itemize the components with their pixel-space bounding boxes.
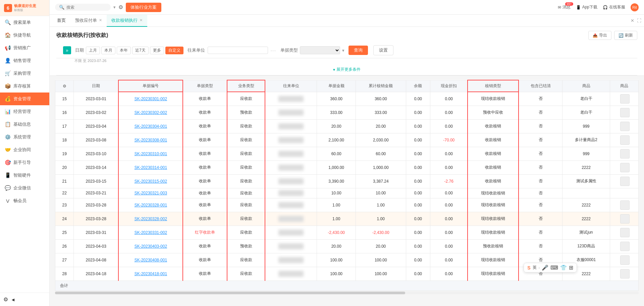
cell-voucher-no[interactable]: SK-20230308-001 xyxy=(118,133,183,147)
cell-biz-type: 应收款 xyxy=(227,147,265,161)
cell-voucher-type: 收款单 xyxy=(183,267,227,281)
cell-cash-discount: 0.00 xyxy=(430,267,468,281)
table-row: 172023-03-04SK-20230304-001收款单应收款 20.002… xyxy=(55,119,639,133)
sidebar-item-system[interactable]: ⚙️ 系统管理 xyxy=(0,131,49,143)
cell-accumulated: 1.00 xyxy=(356,212,406,226)
cell-voucher-no[interactable]: SK-20230408-001 xyxy=(118,253,183,267)
sidebar-item-guide[interactable]: 🎯 新手引导 xyxy=(0,156,49,169)
product-thumbnail xyxy=(620,163,630,172)
cell-balance: 0.00 xyxy=(406,188,430,198)
cell-amount: -2,430.00 xyxy=(317,226,356,239)
tab-prepay[interactable]: 预收应付单 ✕ xyxy=(70,15,107,27)
online-service-button[interactable]: 🎧 在线客服 xyxy=(603,4,625,10)
sidebar-item-finance[interactable]: 💰 资金管理 xyxy=(0,93,49,105)
cell-amount: 100.00 xyxy=(317,253,356,267)
cell-cash-discount: 0.00 xyxy=(430,188,468,198)
cell-no: 27 xyxy=(55,253,74,267)
filter-btn-7days[interactable]: 近7天 xyxy=(132,47,149,54)
sidebar-collapse-icon[interactable]: ◄ xyxy=(11,297,15,302)
topbar-search-box[interactable]: 🔍 xyxy=(55,4,111,11)
tab-collection-close-icon[interactable]: ✕ xyxy=(140,18,143,22)
cell-voucher-no[interactable]: SK-20230314-001 xyxy=(118,161,183,174)
filter-counterpart-input[interactable] xyxy=(208,47,268,54)
finance-icon: 💰 xyxy=(5,96,11,102)
notification-button[interactable]: ✉ 消息 99+ xyxy=(558,4,571,10)
cell-product2 xyxy=(610,226,638,239)
cell-voucher-no[interactable]: SK-20230310-001 xyxy=(118,147,183,161)
topbar-gear-icon[interactable]: ⚙ xyxy=(118,4,123,10)
cell-amount: 10.00 xyxy=(317,188,356,198)
query-button[interactable]: 查询 xyxy=(348,46,368,55)
sidebar-item-label: 采购管理 xyxy=(13,70,31,76)
cell-voucher-no[interactable]: SK-20230304-001 xyxy=(118,119,183,133)
filter-toggle-button[interactable]: » xyxy=(63,46,71,54)
th-include-settled: 包含已结清 xyxy=(519,80,562,92)
tab-prepay-close-icon[interactable]: ✕ xyxy=(99,18,102,22)
search-input[interactable] xyxy=(66,5,107,10)
cell-voucher-no[interactable]: SK-20230302-002 xyxy=(118,106,183,119)
tab-maximize-icon[interactable]: ⛶ xyxy=(637,18,641,23)
sidebar-item-inventory[interactable]: 📦 库存核算 xyxy=(0,80,49,93)
cell-voucher-type: 收款单 xyxy=(183,212,227,226)
cell-voucher-no[interactable]: SK-20230321-003 xyxy=(118,188,183,198)
cell-product xyxy=(562,188,610,198)
cell-product2 xyxy=(610,174,638,188)
tab-close-all-icon[interactable]: ✕ xyxy=(631,18,634,23)
cell-voucher-no[interactable]: SK-20230328-002 xyxy=(118,212,183,226)
sidebar-item-sales[interactable]: 👤 销售管理 xyxy=(0,54,49,67)
cell-cash-discount: 0.00 xyxy=(430,198,468,212)
cell-voucher-type: 收款单 xyxy=(183,198,227,212)
export-button[interactable]: 📤 导出 xyxy=(588,31,611,40)
cell-voucher-no[interactable]: SK-20230315-002 xyxy=(118,174,183,188)
sidebar-item-hardware[interactable]: 📱 智能硬件 xyxy=(0,169,49,182)
filter-btn-thismonth[interactable]: 本月 xyxy=(101,47,115,54)
cell-voucher-no[interactable]: SK-20230331-002 xyxy=(118,226,183,239)
filter-btn-thisyear[interactable]: 本年 xyxy=(117,47,131,54)
enterprise-icon: 🤝 xyxy=(5,147,11,153)
app-download-button[interactable]: 📱 App下载 xyxy=(576,4,597,10)
cell-no: 17 xyxy=(55,119,74,133)
cell-cash-discount: 0.00 xyxy=(430,226,468,239)
sidebar-item-wechat[interactable]: 💬 企业微信 xyxy=(0,182,49,194)
tab-home[interactable]: 首页 xyxy=(52,15,70,27)
sidebar-item-operation[interactable]: 📊 经营管理 xyxy=(0,105,49,118)
th-write-off-type: 核销类型 xyxy=(468,80,518,92)
sidebar-item-label: 企业协同 xyxy=(13,147,31,153)
sidebar-item-quicknav[interactable]: 🏠 快捷导航 xyxy=(0,29,49,42)
refresh-button[interactable]: 🔄 刷新 xyxy=(614,31,637,40)
cell-include-settled: 否 xyxy=(519,198,562,212)
purchase-icon: 🛒 xyxy=(5,70,11,76)
cell-voucher-no[interactable]: SK-20230403-002 xyxy=(118,239,183,253)
horizontal-scrollbar[interactable] xyxy=(55,292,639,294)
sidebar-item-marketing[interactable]: 📢 营销推广 xyxy=(0,42,49,54)
filter-voucher-type-select[interactable] xyxy=(300,46,340,54)
cell-biz-type: 应收款 xyxy=(227,212,265,226)
sidebar-item-basic[interactable]: 📋 基础信息 xyxy=(0,118,49,131)
cell-voucher-no[interactable]: SK-20230328-001 xyxy=(118,198,183,212)
sidebar-item-search[interactable]: 🔍 搜索菜单 xyxy=(0,16,49,29)
cell-voucher-no[interactable]: SK-20230301-002 xyxy=(118,92,183,106)
sidebar-item-purchase[interactable]: 🛒 采购管理 xyxy=(0,67,49,80)
cell-product2 xyxy=(610,161,638,174)
cell-counterpart xyxy=(265,188,317,198)
settings-button[interactable]: 设置 xyxy=(373,45,393,55)
cell-date: 2023-03-21 xyxy=(74,188,118,198)
sidebar-item-member[interactable]: V 畅会员 xyxy=(0,194,49,207)
solution-button[interactable]: 体验行业方案 xyxy=(126,3,161,12)
expand-more-button[interactable]: ▾ 展开更多条件 xyxy=(333,67,361,72)
scrollbar-thumb[interactable] xyxy=(55,292,405,294)
cell-product: 老白干 xyxy=(562,92,610,106)
cell-date: 2023-03-15 xyxy=(74,174,118,188)
cell-cash-discount: 0.00 xyxy=(430,106,468,119)
cell-voucher-no[interactable]: SK-20230418-001 xyxy=(118,267,183,281)
sidebar-settings-icon[interactable]: ⚙ xyxy=(3,296,8,303)
sidebar-item-enterprise[interactable]: 🤝 企业协同 xyxy=(0,143,49,156)
tab-collection[interactable]: 收款核销执行 ✕ xyxy=(107,15,147,27)
th-settings[interactable]: ⚙ xyxy=(55,80,74,92)
filter-btn-custom[interactable]: 自定义 xyxy=(165,47,183,54)
user-avatar[interactable]: Rit xyxy=(631,3,639,11)
filter-btn-more[interactable]: 更多 xyxy=(150,47,164,54)
table-row: 192023-03-10SK-20230310-001收款单应收款 60.006… xyxy=(55,147,639,161)
cell-amount: 100.00 xyxy=(317,267,356,281)
filter-btn-lastmonth[interactable]: 上月 xyxy=(86,47,100,54)
